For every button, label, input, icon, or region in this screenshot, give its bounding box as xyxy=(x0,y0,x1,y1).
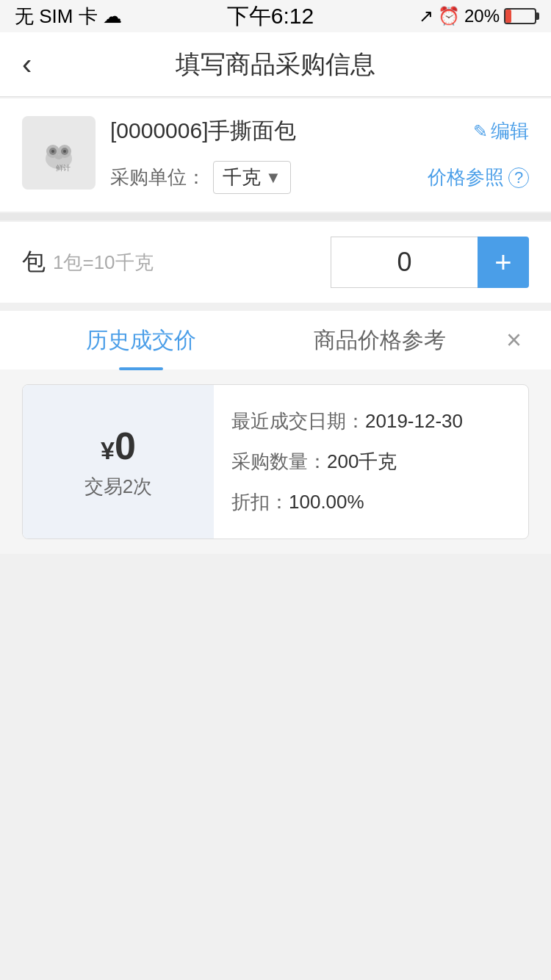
page-title: 填写商品采购信息 xyxy=(176,48,375,82)
svg-point-5 xyxy=(51,150,54,153)
tabs-section: 历史成交价 商品价格参考 × ¥0 交易2次 最近成交日期：2019-12-30… xyxy=(0,310,551,554)
edit-button[interactable]: ✎ 编辑 xyxy=(473,118,529,144)
page-header: ‹ 填写商品采购信息 xyxy=(0,32,551,97)
quantity-unit: 包 xyxy=(22,246,46,278)
discount-value: 100.00% xyxy=(289,491,364,513)
purchase-qty-row: 采购数量：200千克 xyxy=(231,447,511,476)
card-right: 最近成交日期：2019-12-30 采购数量：200千克 折扣：100.00% xyxy=(214,385,528,538)
plus-icon: + xyxy=(494,246,511,279)
edit-label: 编辑 xyxy=(491,118,529,144)
discount-row: 折扣：100.00% xyxy=(231,488,511,516)
card-price: ¥0 xyxy=(101,424,136,468)
qty-value: 200千克 xyxy=(327,450,397,472)
recent-date-value: 2019-12-30 xyxy=(365,410,463,432)
recent-date-label: 最近成交日期： xyxy=(231,410,365,432)
product-name: [0000006]手撕面包 xyxy=(110,116,296,146)
product-image: 鲜计 xyxy=(22,116,96,190)
product-row: 鲜计 [0000006]手撕面包 ✎ 编辑 采购单位： 千克 ▼ xyxy=(22,116,529,194)
price-ref-label: 价格参照 xyxy=(428,165,504,190)
unit-label: 采购单位： xyxy=(110,165,206,190)
product-name-row: [0000006]手撕面包 ✎ 编辑 xyxy=(110,116,529,146)
price-value: 0 xyxy=(115,425,136,467)
currency-symbol: ¥ xyxy=(101,436,115,464)
quantity-conversion: 1包=10千克 xyxy=(53,250,154,275)
back-button[interactable]: ‹ xyxy=(22,48,32,81)
transaction-card: ¥0 交易2次 最近成交日期：2019-12-30 采购数量：200千克 折扣：… xyxy=(22,384,529,539)
tab-history-price[interactable]: 历史成交价 xyxy=(22,311,260,370)
unit-select[interactable]: 千克 ▼ xyxy=(213,161,291,194)
status-time: 下午6:12 xyxy=(227,1,314,32)
qty-label: 采购数量： xyxy=(231,450,327,472)
edit-icon: ✎ xyxy=(473,121,488,142)
battery-pct: 20% xyxy=(464,6,500,26)
card-left: ¥0 交易2次 xyxy=(23,385,214,538)
status-left: 无 SIM 卡 ☁ xyxy=(15,4,122,29)
alarm-icon: ⏰ xyxy=(438,6,460,26)
divider xyxy=(0,213,551,220)
svg-text:鲜计: 鲜计 xyxy=(56,164,71,172)
unit-value: 千克 xyxy=(223,165,261,190)
unit-dropdown-arrow: ▼ xyxy=(265,168,281,187)
recent-date-row: 最近成交日期：2019-12-30 xyxy=(231,407,511,436)
quantity-right: 0 + xyxy=(331,237,529,288)
tab-close-button[interactable]: × xyxy=(499,317,529,363)
no-sim-label: 无 SIM 卡 ☁ xyxy=(15,4,122,29)
tab-product-price[interactable]: 商品价格参考 xyxy=(260,311,498,370)
quantity-input[interactable]: 0 xyxy=(331,237,478,288)
quantity-increment-button[interactable]: + xyxy=(478,237,529,288)
quantity-section: 包 1包=10千克 0 + xyxy=(0,222,551,303)
status-bar: 无 SIM 卡 ☁ 下午6:12 ↗ ⏰ 20% xyxy=(0,0,551,32)
svg-point-6 xyxy=(63,150,66,153)
discount-label: 折扣： xyxy=(231,491,289,513)
trade-count: 交易2次 xyxy=(84,474,152,500)
unit-row: 采购单位： 千克 ▼ 价格参照 ? xyxy=(110,161,529,194)
tab1-label: 历史成交价 xyxy=(86,328,196,352)
tabs-header: 历史成交价 商品价格参考 × xyxy=(0,311,551,370)
svg-point-7 xyxy=(55,155,62,159)
card-section: ¥0 交易2次 最近成交日期：2019-12-30 采购数量：200千克 折扣：… xyxy=(0,370,551,554)
product-info: [0000006]手撕面包 ✎ 编辑 采购单位： 千克 ▼ 价格参照 ? xyxy=(110,116,529,194)
help-icon: ? xyxy=(508,167,529,188)
product-section: 鲜计 [0000006]手撕面包 ✎ 编辑 采购单位： 千克 ▼ xyxy=(0,98,551,212)
battery-icon xyxy=(504,8,536,24)
quantity-value: 0 xyxy=(397,247,411,278)
location-icon: ↗ xyxy=(419,6,433,26)
tab2-label: 商品价格参考 xyxy=(314,328,446,352)
price-reference-button[interactable]: 价格参照 ? xyxy=(428,165,529,190)
status-right: ↗ ⏰ 20% xyxy=(419,6,536,26)
product-logo: 鲜计 xyxy=(37,131,81,175)
quantity-left: 包 1包=10千克 xyxy=(22,246,154,278)
